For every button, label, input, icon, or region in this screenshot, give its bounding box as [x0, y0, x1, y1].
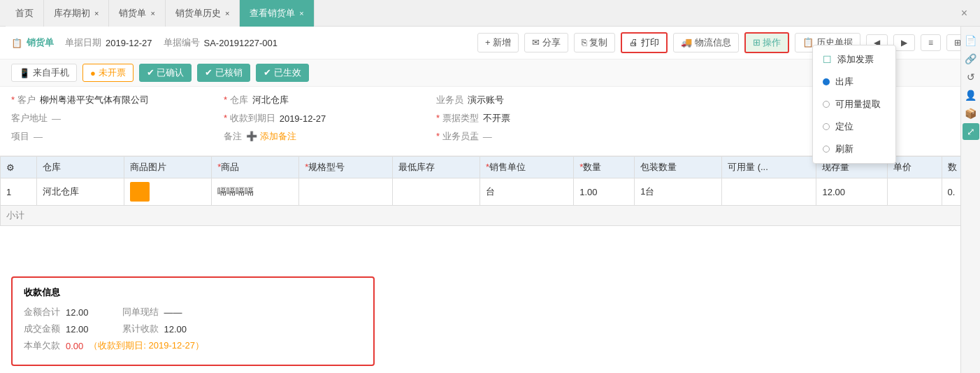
staff-label: 业务员 [436, 94, 463, 106]
address-field: 客户地址 — [11, 112, 207, 125]
cell-product-img [124, 178, 212, 206]
address-label: 客户地址 [11, 112, 48, 125]
subtotal-row: 小计 [1, 206, 980, 226]
nav-next-button[interactable]: ▶ [893, 34, 915, 51]
copy-button[interactable]: ⎘ 复制 [574, 33, 616, 52]
deal-amount-label: 成交金额 [24, 323, 60, 335]
tab-check-sales[interactable]: 查看销货单 × [240, 0, 314, 27]
col-unit: *销售单位 [480, 157, 574, 178]
cell-model [299, 178, 393, 206]
logistics-button[interactable]: 🚚 物流信息 [673, 33, 739, 52]
effective-badge[interactable]: ✔ 已生效 [256, 64, 309, 82]
doc-icon: 📋 [11, 38, 22, 48]
tab-bar: 首页 库存期初 × 销货单 × 销货单历史 × 查看销货单 × × [0, 0, 980, 27]
dropdown-outbound[interactable]: 出库 [813, 71, 895, 93]
staff-value: 演示账号 [468, 94, 504, 106]
tab-inventory-start[interactable]: 库存期初 × [44, 0, 109, 27]
project-label: 项目 [11, 130, 29, 143]
not-open-button[interactable]: ● 未开票 [82, 64, 134, 82]
close-all-button[interactable]: × [954, 7, 974, 20]
col-min-stock: 最低库存 [393, 157, 480, 178]
tab-home[interactable]: 首页 [6, 0, 44, 27]
col-model: *规格型号 [299, 157, 393, 178]
address-value: — [52, 113, 61, 124]
tab-close-history[interactable]: × [225, 9, 229, 17]
amount-total-value: 12.00 [66, 307, 89, 318]
customer-field: 客户 柳州粤港平安气体有限公司 [11, 94, 207, 106]
col-product: *商品 [212, 157, 299, 178]
col-product-img: 商品图片 [124, 157, 212, 178]
tab-close-sales[interactable]: × [150, 9, 154, 17]
tab-sales-order[interactable]: 销货单 × [109, 0, 165, 27]
cell-no: 1 [1, 178, 37, 206]
ticket-type-value: 不开票 [483, 112, 510, 125]
dropdown-refresh[interactable]: 刷新 [813, 138, 895, 160]
from-phone-button[interactable]: 📱 来自手机 [11, 64, 77, 82]
customer-value: 柳州粤港平安气体有限公司 [40, 94, 149, 106]
accumulated-payment-field: 累计收款 12.00 [122, 323, 187, 335]
share-button[interactable]: ✉ 分享 [524, 33, 568, 52]
radio-icon-3 [823, 146, 830, 153]
note-field: 备注 ➕ 添加备注 [224, 130, 419, 143]
available-qty-label: 可用量提取 [835, 98, 881, 111]
warehouse-label: 仓库 [224, 94, 248, 106]
tab-close-check[interactable]: × [299, 9, 303, 17]
payment-row-3: 本单欠款 0.00 （收款到期日: 2019-12-27） [24, 339, 362, 352]
radio-selected-icon [823, 78, 830, 85]
doc-date-field: 单据日期 2019-12-27 [65, 36, 152, 49]
view-list-button[interactable]: ≡ [921, 34, 941, 51]
locate-label: 定位 [835, 120, 853, 133]
tab-sales-history[interactable]: 销货单历史 × [166, 0, 240, 27]
outstanding-label: 本单欠款 [24, 339, 60, 352]
add-note-button[interactable]: ➕ 添加备注 [246, 130, 296, 143]
operations-dropdown: ☐ 添加发票 出库 可用量提取 定位 刷新 [812, 45, 896, 164]
amount-total-label: 金额合计 [24, 306, 60, 318]
doc-title-text: 销货单 [27, 36, 54, 49]
bottom-section: 收款信息 金额合计 12.00 同单现结 —— 成交金额 12.00 [0, 269, 980, 373]
cell-price [887, 178, 942, 206]
deal-amount-value: 12.00 [66, 324, 89, 335]
note-label: 备注 [224, 130, 242, 143]
dropdown-locate[interactable]: 定位 [813, 115, 895, 138]
col-pack-qty: 包装数量 [635, 157, 722, 178]
voided-badge[interactable]: ✔ 已核销 [197, 64, 250, 82]
project-field: 项目 — [11, 130, 207, 143]
refresh-label: 刷新 [835, 143, 853, 155]
data-table-wrap: ⚙ 仓库 商品图片 *商品 *规格型号 最低库存 *销售单位 *数量 包装数量 … [0, 156, 980, 269]
sidebar-link-icon[interactable]: 🔗 [963, 50, 979, 67]
tab-close-inventory[interactable]: × [94, 9, 99, 17]
confirmed-badge[interactable]: ✔ 已确认 [139, 64, 192, 82]
cell-quantity: 1.00 [574, 178, 635, 206]
ticket-type-label: 票据类型 [436, 112, 479, 125]
operations-button[interactable]: ⊞ 操作 [744, 32, 790, 53]
same-order-settle-value: —— [164, 307, 182, 318]
due-date-field: 收款到期日 2019-12-27 [224, 112, 419, 125]
col-settings[interactable]: ⚙ [1, 157, 37, 178]
ticket-type-field: 票据类型 不开票 [436, 112, 632, 125]
staff2-label: 业务员盂 [436, 130, 479, 143]
sidebar-user-icon[interactable]: 👤 [963, 87, 979, 104]
add-button[interactable]: + 新增 [477, 33, 519, 52]
accumulated-payment-value: 12.00 [164, 324, 187, 335]
doc-no-field: 单据编号 SA-20191227-001 [164, 36, 278, 49]
dropdown-add-invoice[interactable]: ☐ 添加发票 [813, 48, 895, 71]
sidebar-expand-icon[interactable]: ⤢ [963, 123, 979, 140]
sidebar-package-icon[interactable]: 📦 [963, 105, 979, 122]
accumulated-payment-label: 累计收款 [122, 323, 159, 335]
payment-row-1: 金额合计 12.00 同单现结 —— [24, 306, 362, 318]
no-label: 单据编号 [164, 36, 200, 49]
dropdown-available-qty[interactable]: 可用量提取 [813, 93, 895, 115]
cell-product: 嗝嗝嗝嗝 [212, 178, 299, 206]
doc-title-area: 📋 销货单 [11, 36, 54, 49]
no-value: SA-20191227-001 [204, 38, 278, 48]
sidebar-doc-icon[interactable]: 📄 [963, 32, 979, 49]
date-value: 2019-12-27 [106, 38, 152, 48]
payment-info-box: 收款信息 金额合计 12.00 同单现结 —— 成交金额 12.00 [11, 276, 375, 366]
print-button[interactable]: 🖨 打印 [621, 32, 668, 53]
product-thumbnail [130, 182, 150, 202]
deal-amount-field: 成交金额 12.00 [24, 323, 89, 335]
sidebar-rotate-icon[interactable]: ↺ [963, 69, 979, 85]
staff-field: 业务员 演示账号 [436, 94, 632, 106]
subtotal-label: 小计 [1, 206, 980, 226]
radio-icon-2 [823, 123, 830, 130]
